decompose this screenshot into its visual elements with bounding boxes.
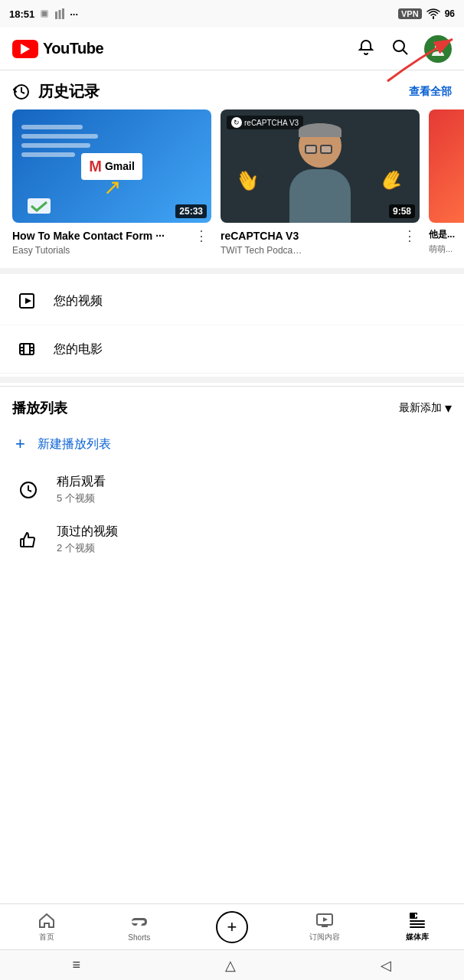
notification-bell-icon[interactable] xyxy=(357,38,375,60)
system-navigation-bar: ≡ △ ◁ xyxy=(0,949,464,980)
system-menu-button[interactable]: ≡ xyxy=(73,957,81,973)
svg-rect-30 xyxy=(410,926,425,928)
header-actions xyxy=(357,35,452,63)
svg-rect-1 xyxy=(42,11,47,16)
your-movies-label: 您的电影 xyxy=(54,341,103,358)
your-movies-menu-item[interactable]: 您的电影 xyxy=(0,325,464,374)
nav-create[interactable]: + xyxy=(185,911,278,943)
video-info-3: 他是... 萌萌... xyxy=(429,223,464,255)
system-back-button[interactable]: ◁ xyxy=(381,957,391,974)
svg-marker-12 xyxy=(25,298,31,304)
bottom-spacer xyxy=(0,564,464,648)
chevron-down-icon: ▾ xyxy=(445,400,452,416)
battery-level: 96 xyxy=(445,8,455,19)
watch-later-count: 5 个视频 xyxy=(57,492,449,505)
divider-2 xyxy=(0,377,464,383)
video-channel-3: 萌萌... xyxy=(429,243,464,255)
history-icon xyxy=(12,83,31,101)
subscriptions-icon xyxy=(315,911,334,929)
watch-later-meta: 稍后观看 5 个视频 xyxy=(57,474,449,505)
video-info-2: reCAPTCHA V3 TWiT Tech Podca… ⋮ xyxy=(221,223,420,256)
shorts-icon xyxy=(130,913,149,931)
plus-icon-nav: + xyxy=(227,917,237,937)
watch-later-name: 稍后观看 xyxy=(57,474,449,490)
captcha-icon: ↻ xyxy=(231,117,242,128)
system-home-button[interactable]: △ xyxy=(225,957,236,974)
video-card-1[interactable]: M Gmail ↗ 25:33 How To Make Contact Form… xyxy=(12,109,211,256)
playlist-title: 播放列表 xyxy=(12,399,67,417)
search-icon[interactable] xyxy=(390,38,409,60)
subscriptions-nav-label: 订阅内容 xyxy=(309,932,340,942)
vpn-label: VPN xyxy=(398,8,422,19)
nav-shorts[interactable]: Shorts xyxy=(93,913,185,942)
status-time: 18:51 xyxy=(9,8,34,20)
liked-videos-name: 顶过的视频 xyxy=(57,524,449,540)
captcha-badge: ↻ reCAPTCHA V3 xyxy=(227,116,303,129)
status-bar: 18:51 ··· VPN 96 xyxy=(0,0,464,28)
avatar-icon xyxy=(430,41,446,57)
playlist-sort-button[interactable]: 最新添加 ▾ xyxy=(399,400,452,416)
notification-icon xyxy=(39,8,50,19)
video-title-3: 他是... xyxy=(429,229,464,241)
video-more-button-1[interactable]: ⋮ xyxy=(191,229,211,243)
video-meta-1: How To Make Contact Form ··· Easy Tutori… xyxy=(12,229,191,256)
divider-1 xyxy=(0,268,464,274)
video-meta-3: 他是... 萌萌... xyxy=(429,229,464,255)
watch-later-playlist-item[interactable]: 稍后观看 5 个视频 xyxy=(0,465,464,514)
liked-videos-count: 2 个视频 xyxy=(57,541,449,555)
video-card-3[interactable]: 他是... 萌萌... xyxy=(429,109,464,256)
video-card-2[interactable]: ✋ ✋ ↻ reCAPTCHA V3 9:58 reCAPTCHA V3 TWi… xyxy=(221,109,420,256)
library-nav-label: 媒体库 xyxy=(406,932,429,942)
home-nav-label: 首页 xyxy=(39,932,54,942)
user-avatar[interactable] xyxy=(424,35,452,63)
svg-rect-28 xyxy=(410,920,425,922)
nav-subscriptions[interactable]: 订阅内容 xyxy=(279,911,371,942)
history-section-header: 历史记录 查看全部 xyxy=(0,70,464,109)
shorts-nav-label: Shorts xyxy=(128,933,150,942)
video-meta-2: reCAPTCHA V3 TWiT Tech Podca… xyxy=(221,229,400,256)
nav-home[interactable]: 首页 xyxy=(0,911,93,942)
library-icon xyxy=(408,911,426,929)
svg-rect-13 xyxy=(20,344,34,354)
raised-hand-2: ✋ xyxy=(231,164,264,197)
svg-point-5 xyxy=(394,41,404,51)
watch-later-icon xyxy=(15,477,41,503)
movies-icon xyxy=(15,338,38,361)
history-title: 历史记录 xyxy=(38,81,100,102)
video-more-button-2[interactable]: ⋮ xyxy=(400,229,420,243)
liked-videos-playlist-item[interactable]: 顶过的视频 2 个视频 xyxy=(0,514,464,564)
video-scroll-container: M Gmail ↗ 25:33 How To Make Contact Form… xyxy=(0,109,464,265)
svg-rect-29 xyxy=(410,923,425,925)
view-all-button[interactable]: 查看全部 xyxy=(409,85,452,99)
svg-rect-3 xyxy=(59,10,61,19)
new-playlist-label: 新建播放列表 xyxy=(38,436,111,452)
nav-library[interactable]: 媒体库 xyxy=(371,911,464,942)
duration-badge-2: 9:58 xyxy=(389,204,415,218)
status-right: VPN 96 xyxy=(398,8,455,19)
form-lines-decoration xyxy=(21,125,98,157)
duration-badge-1: 25:33 xyxy=(175,204,207,218)
bottom-navigation: 首页 Shorts + 订阅内容 媒体库 xyxy=(0,903,464,949)
raised-hand: ✋ xyxy=(375,164,408,197)
home-icon xyxy=(38,911,56,929)
thumb-arrow-decoration: ↗ xyxy=(103,175,121,200)
status-dots: ··· xyxy=(70,8,78,20)
thumbs-up-icon xyxy=(15,527,41,553)
youtube-logo-icon xyxy=(12,40,38,58)
your-videos-menu-item[interactable]: 您的视频 xyxy=(0,277,464,325)
logo-text: YouTube xyxy=(43,40,103,57)
create-button[interactable]: + xyxy=(216,911,248,943)
video-title-1: How To Make Contact Form ··· xyxy=(12,229,191,243)
video-thumbnail-3 xyxy=(429,109,464,223)
person-head xyxy=(299,123,341,168)
your-videos-label: 您的视频 xyxy=(54,293,103,309)
app-header: YouTube xyxy=(0,28,464,70)
new-playlist-button[interactable]: + 新建播放列表 xyxy=(0,423,464,465)
svg-rect-21 xyxy=(21,539,24,547)
svg-rect-10 xyxy=(28,198,51,214)
svg-line-6 xyxy=(404,50,408,54)
plus-icon: + xyxy=(15,434,25,454)
wifi-icon xyxy=(426,8,440,19)
youtube-logo: YouTube xyxy=(12,40,103,58)
thumb-bg-red xyxy=(429,109,464,223)
